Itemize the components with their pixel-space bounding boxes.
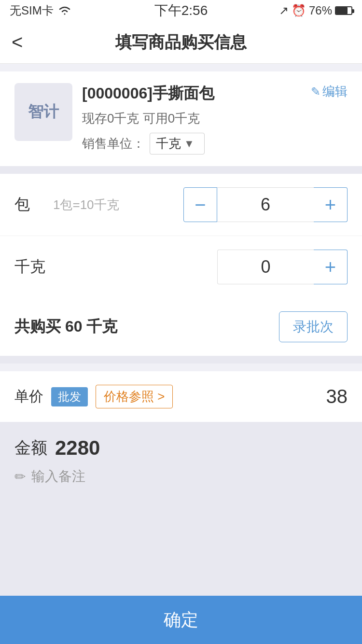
package-increment-button[interactable]: + [314,187,348,222]
unit-value: 千克 [156,135,181,152]
page-title: 填写商品购买信息 [115,31,247,54]
battery-percent: 76% [309,4,332,17]
status-bar-time: 下午2:56 [154,1,208,20]
edit-button[interactable]: ✎ 编辑 [311,83,348,100]
product-name: [0000006]手撕面包 [82,83,348,104]
package-controls: − + [183,187,348,222]
total-text: 共购买 60 千克 [14,316,117,337]
unit-label: 销售单位： [82,135,145,152]
product-info: [0000006]手撕面包 现存0千克 可用0千克 销售单位： 千克 ▼ [82,83,348,154]
nav-bar: < 填写商品购买信息 [0,21,362,64]
price-reference-button[interactable]: 价格参照 > [96,385,173,408]
amount-value: 2280 [55,436,100,460]
remark-placeholder: 输入备注 [31,467,85,486]
total-row: 共购买 60 千克 录批次 [0,298,362,356]
section-divider-2 [0,356,362,364]
package-decrement-button[interactable]: − [183,187,217,222]
kg-input-row: 千克 + [0,236,362,298]
price-label: 单价 [14,387,43,406]
kg-label: 千克 [14,256,45,278]
price-type-tag: 批发 [51,387,88,406]
status-bar: 无SIM卡 下午2:56 ↗ ⏰ 76% [0,0,362,21]
product-card: 智计 [0000006]手撕面包 现存0千克 可用0千克 销售单位： 千克 ▼ … [0,71,362,166]
package-hint: 1包=10千克 [53,196,174,213]
unit-select[interactable]: 千克 ▼ [150,133,205,154]
edit-label: 编辑 [322,83,348,100]
alarm-icon: ⏰ [292,4,306,17]
amount-label: 金额 [14,437,47,459]
confirm-button-label: 确定 [164,608,198,632]
pencil-icon: ✏ [14,469,26,485]
total-unit: 千克 [86,318,117,335]
amount-row: 金额 2280 [14,436,348,460]
product-unit-row: 销售单位： 千克 ▼ [82,133,348,154]
edit-icon: ✎ [311,85,320,98]
status-bar-left: 无SIM卡 [10,3,72,18]
batch-button[interactable]: 录批次 [279,311,348,342]
chevron-down-icon: ▼ [184,138,195,150]
confirm-button[interactable]: 确定 [0,596,362,644]
package-quantity-input[interactable] [217,187,314,222]
kg-quantity-input[interactable] [217,250,314,284]
price-value: 38 [326,386,348,407]
price-row: 单价 批发 价格参照 > 38 [0,371,362,422]
total-quantity: 60 [65,318,83,335]
package-label: 包 [14,194,43,215]
input-section: 包 1包=10千克 − + 千克 + [0,174,362,298]
battery-icon [335,6,352,15]
kg-increment-button[interactable]: + [314,250,348,284]
status-bar-right: ↗ ⏰ 76% [279,4,352,17]
back-button[interactable]: < [12,31,23,53]
product-thumb-text: 智计 [28,101,59,123]
remark-row[interactable]: ✏ 输入备注 [14,467,348,486]
amount-section: 金额 2280 ✏ 输入备注 [0,422,362,495]
carrier-text: 无SIM卡 [10,3,54,18]
product-stock: 现存0千克 可用0千克 [82,110,348,127]
total-prefix: 共购买 [14,318,61,335]
wifi-icon [57,5,72,16]
price-section: 单价 批发 价格参照 > 38 [0,371,362,422]
kg-controls: + [217,250,348,284]
product-thumbnail: 智计 [14,83,72,141]
section-divider-1 [0,166,362,174]
package-input-row: 包 1包=10千克 − + [0,174,362,236]
location-icon: ↗ [279,4,289,17]
